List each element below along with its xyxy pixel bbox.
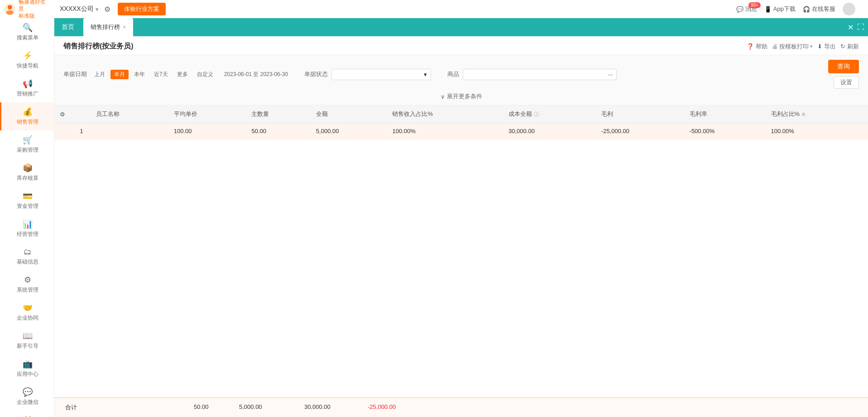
gross-pct-info-icon[interactable]: ⊕	[801, 111, 806, 117]
gear-icon: ⚙	[24, 275, 31, 285]
headset-icon: 🎧	[803, 6, 810, 13]
sidebar-item-member[interactable]: 👑 畅会员	[0, 411, 54, 417]
goods-select[interactable]: ···	[463, 69, 617, 80]
avatar[interactable]	[843, 3, 855, 15]
card-icon: 💳	[23, 191, 33, 201]
sidebar-item-basicinfo[interactable]: 🗂 基础信息	[0, 243, 54, 270]
sidebar-item-inventory[interactable]: 📦 库存核算	[0, 158, 54, 187]
row-amount: 5,000.00	[311, 123, 387, 139]
row-name	[91, 123, 168, 139]
company-dropdown-icon[interactable]: ▾	[96, 6, 99, 13]
tv-icon: 📺	[23, 359, 33, 369]
svg-point-2	[6, 10, 14, 15]
footer-label: 合计	[60, 402, 177, 413]
goods-more-icon[interactable]: ···	[608, 71, 613, 78]
print-icon: 🖨	[772, 43, 778, 50]
footer-qty: 50.00	[188, 402, 234, 413]
print-dropdown-icon[interactable]: ▾	[810, 43, 813, 49]
print-button[interactable]: 🖨 按模板打印 ▾	[772, 43, 813, 51]
wechat-icon: 💬	[23, 387, 33, 397]
book-icon: 📖	[23, 331, 33, 341]
help-icon: ❓	[747, 43, 754, 50]
sidebar-item-quicknav[interactable]: ⚡ 快捷导航	[0, 46, 54, 74]
col-amount: 全额	[311, 105, 387, 123]
expand-more-button[interactable]: ∨ 展开更多条件	[441, 92, 482, 101]
row-gross-pct: 100.00%	[766, 123, 868, 139]
col-gross-rate: 毛利率	[684, 105, 766, 123]
message-badge: 99+	[748, 2, 761, 8]
row-qty: 50.00	[246, 123, 310, 139]
this-month-tab[interactable]: 本月	[110, 70, 129, 79]
query-button[interactable]: 查询	[828, 60, 859, 73]
sidebar: 🔍 搜索菜单 ⚡ 快捷导航 📢 营销推广 💰 销售管理 🛒 采购管理 📦	[0, 18, 54, 417]
table-container: ⚙ 员工名称 平均单价 主数量 全额 销售收入占比% 成本全额 ⓘ	[54, 105, 868, 398]
sidebar-item-label: 营销推广	[17, 90, 38, 98]
online-service-button[interactable]: 🎧 在线客服	[803, 5, 835, 13]
footer-total-row: 合计 50.00 5,000.00 30,000.00 -25,000.00	[60, 402, 863, 413]
page-actions: ❓ 帮助 🖨 按模板打印 ▾ ⬇ 导出 ↻	[747, 43, 859, 51]
tab-maximize-icon[interactable]: ⛶	[857, 23, 864, 31]
sidebar-item-finance[interactable]: 💳 资金管理	[0, 187, 54, 215]
setup-button[interactable]: 设置	[834, 76, 859, 89]
sales-icon: 💰	[23, 107, 33, 117]
sidebar-item-search[interactable]: 🔍 搜索菜单	[0, 18, 54, 46]
col-settings[interactable]: ⚙	[54, 105, 72, 123]
col-rank	[72, 105, 91, 123]
date-label: 单据日期	[63, 70, 87, 78]
table-footer: 合计 50.00 5,000.00 30,000.00 -25,000.00	[54, 398, 868, 417]
sidebar-item-operations[interactable]: 📊 经营管理	[0, 215, 54, 243]
search-menu-icon: 🔍	[23, 23, 33, 33]
footer-cost: 30,000.00	[299, 402, 362, 413]
sidebar-item-label: 资金管理	[17, 202, 38, 210]
last7days-tab[interactable]: 近7天	[150, 70, 172, 79]
sidebar-item-label: 销售管理	[17, 118, 38, 126]
chart-icon: 📊	[23, 219, 33, 229]
sidebar-item-label: 采购管理	[17, 146, 38, 154]
logo-text: 畅康通好生意 标准版	[19, 0, 51, 19]
footer-gross: -25,000.00	[362, 402, 401, 413]
logo-icon	[4, 3, 16, 15]
lightning-icon: ⚡	[23, 51, 33, 61]
sidebar-item-wechat[interactable]: 💬 企业微信	[0, 383, 54, 411]
tab-label: 销售排行榜	[91, 23, 120, 31]
box-icon: 📦	[23, 163, 33, 173]
tab-sales-ranking[interactable]: 销售排行榜 ×	[83, 18, 133, 36]
sidebar-item-purchase[interactable]: 🛒 采购管理	[0, 130, 54, 158]
help-button[interactable]: ❓ 帮助	[747, 43, 767, 51]
tab-close-window-icon[interactable]: ✕	[848, 23, 854, 32]
svg-point-1	[8, 5, 12, 10]
folder-icon: 🗂	[24, 247, 32, 257]
tab-home[interactable]: 首页	[54, 18, 82, 36]
custom-date-tab[interactable]: 自定义	[193, 70, 217, 79]
last-month-tab[interactable]: 上月	[91, 70, 109, 79]
row-rank: 1	[72, 123, 91, 139]
settings-icon[interactable]: ⚙	[104, 5, 110, 14]
sidebar-item-label: 基础信息	[17, 258, 38, 266]
sidebar-item-label: 企业微信	[17, 398, 38, 406]
app-download-button[interactable]: 📱 App下载	[764, 5, 796, 13]
company-name: XXXXX公司	[60, 5, 94, 13]
sidebar-item-marketing[interactable]: 📢 营销推广	[0, 74, 54, 102]
sidebar-item-guide[interactable]: 📖 新手引导	[0, 326, 54, 355]
message-button[interactable]: 💬 消息 99+	[736, 5, 757, 13]
date-range-group: 上月 本月 本年 近7天 更多 自定义	[91, 70, 217, 79]
sidebar-item-label: 经营管理	[17, 230, 38, 238]
megaphone-icon: 📢	[23, 79, 33, 89]
refresh-button[interactable]: ↻ 刷新	[840, 43, 859, 51]
row-sales-pct: 100.00%	[387, 123, 503, 139]
row-gross-rate: -500.00%	[684, 123, 766, 139]
col-gross: 毛利	[596, 105, 684, 123]
tab-close-icon[interactable]: ×	[123, 24, 126, 30]
phone-icon: 📱	[764, 6, 772, 13]
this-year-tab[interactable]: 本年	[130, 70, 149, 79]
sidebar-item-appstore[interactable]: 📺 应用中心	[0, 355, 54, 383]
sidebar-item-system[interactable]: ⚙ 系统管理	[0, 270, 54, 298]
status-select[interactable]: ▾	[331, 69, 431, 80]
trial-button[interactable]: 体验行业方案	[118, 3, 166, 15]
export-button[interactable]: ⬇ 导出	[817, 43, 836, 51]
sidebar-item-sales[interactable]: 💰 销售管理	[0, 102, 54, 130]
crown-icon: 👑	[23, 415, 33, 417]
sidebar-item-collab[interactable]: 🤝 企业协同	[0, 298, 54, 326]
more-date-tab[interactable]: 更多	[173, 70, 192, 79]
cost-info-icon[interactable]: ⓘ	[534, 111, 539, 117]
